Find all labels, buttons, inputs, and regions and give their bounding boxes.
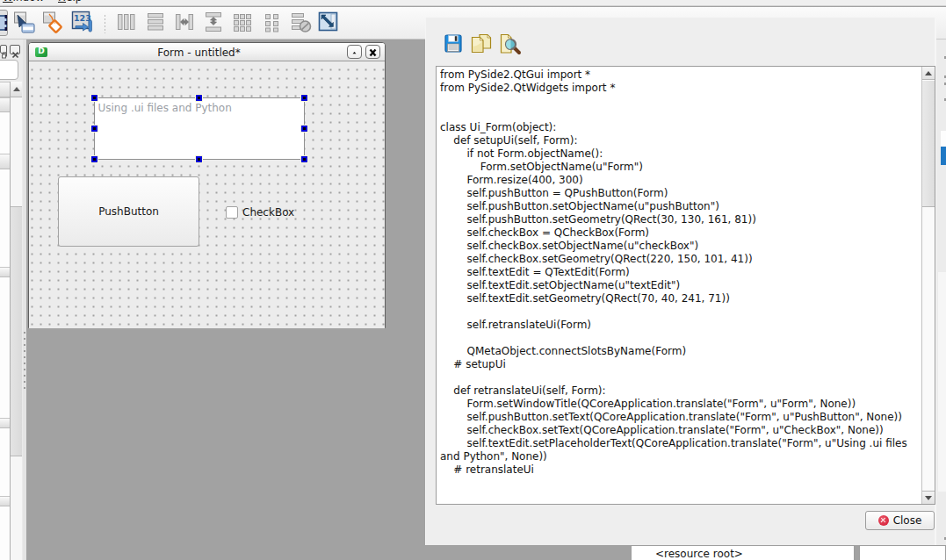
form-editor-window: D Form - untitled* Using .ui files and P… <box>28 42 386 328</box>
break-layout-button[interactable] <box>289 10 312 36</box>
copy-button[interactable] <box>471 33 492 57</box>
float-icon <box>2 52 7 59</box>
selection-handle-se[interactable] <box>301 156 307 162</box>
textedit-widget[interactable]: Using .ui files and Python <box>94 97 305 160</box>
close-icon <box>366 47 379 59</box>
edit-buddies-icon <box>41 10 64 34</box>
minimize-icon <box>348 47 361 59</box>
form-window-title: Form - untitled* <box>29 47 369 59</box>
form-minimize-button[interactable] <box>347 45 362 59</box>
close-icon <box>11 51 19 59</box>
code-text-area[interactable]: from PySide2.QtGui import * from PySide2… <box>436 66 935 505</box>
widget-box-dock <box>0 39 23 560</box>
layout-form-icon <box>261 10 284 34</box>
dock-splitter[interactable] <box>23 39 26 560</box>
layout-split-vertical-icon <box>202 10 225 34</box>
close-dialog-button[interactable]: Close <box>865 511 935 530</box>
layout-grid-icon <box>231 10 254 34</box>
widget-box-scrollbar[interactable] <box>10 82 22 560</box>
checkbox-indicator[interactable] <box>226 206 238 219</box>
scrollbar-up-button[interactable] <box>11 82 22 97</box>
adjust-size-button[interactable] <box>316 10 339 36</box>
bottom-right-panel <box>859 545 946 560</box>
menu-bar: Window Help <box>0 0 946 6</box>
layout-vertical-button[interactable] <box>144 10 167 36</box>
edit-signals-slots-button[interactable] <box>12 10 35 36</box>
dock-sliver-row <box>941 131 946 147</box>
dock-close-button[interactable] <box>10 45 20 54</box>
save-button[interactable] <box>444 33 463 57</box>
layout-horizontal-icon <box>115 10 138 34</box>
widget-box-list[interactable] <box>0 82 10 560</box>
edit-buddies-button[interactable] <box>41 10 64 36</box>
checkbox-label: CheckBox <box>242 206 294 219</box>
adjust-size-icon <box>316 10 339 34</box>
selection-handle-sw[interactable] <box>91 156 97 162</box>
copy-icon <box>471 33 492 54</box>
dock-sliver-light <box>938 272 946 492</box>
edit-tab-order-button[interactable]: 123 <box>70 10 93 36</box>
toolbar-separator <box>104 14 106 33</box>
layout-split-vertical-button[interactable] <box>202 10 225 36</box>
resource-browser-panel: <resource root> <box>631 545 855 560</box>
generated-code: from PySide2.QtGui import * from PySide2… <box>440 68 921 477</box>
textedit-placeholder: Using .ui files and Python <box>98 102 232 114</box>
widget-box-category[interactable] <box>0 154 10 169</box>
scrollbar-thumb[interactable] <box>11 206 22 456</box>
widget-box-category[interactable] <box>0 418 10 428</box>
layout-form-button[interactable] <box>261 10 284 36</box>
form-canvas[interactable]: Using .ui files and Python PushButton Ch… <box>29 62 385 328</box>
selection-handle-ne[interactable] <box>301 95 307 101</box>
edit-widgets-button[interactable] <box>0 10 8 36</box>
pushbutton-widget[interactable]: PushButton <box>58 176 199 247</box>
dock-float-button[interactable] <box>0 45 7 54</box>
layout-vertical-icon <box>144 10 167 34</box>
layout-split-horizontal-button[interactable] <box>173 10 196 36</box>
scrollbar-up-button[interactable] <box>922 67 935 80</box>
selection-handle-w[interactable] <box>91 126 97 132</box>
find-button[interactable] <box>500 33 522 59</box>
edit-signals-slots-icon <box>12 10 35 34</box>
save-icon <box>444 33 463 54</box>
dock-selected-row-fragment <box>941 147 946 165</box>
layout-horizontal-button[interactable] <box>115 10 138 36</box>
close-red-icon <box>878 515 889 526</box>
selection-handle-e[interactable] <box>301 126 307 132</box>
resource-root-label: <resource root> <box>655 548 743 560</box>
menu-help[interactable]: Help <box>58 0 82 4</box>
layout-split-horizontal-icon <box>173 10 196 34</box>
find-icon <box>500 33 522 55</box>
widget-box-category[interactable] <box>0 82 10 97</box>
code-preview-dialog: from PySide2.QtGui import * from PySide2… <box>425 17 936 545</box>
widget-box-filter-input[interactable] <box>0 60 18 80</box>
form-window-titlebar[interactable]: D Form - untitled* <box>29 43 385 61</box>
widget-box-category[interactable] <box>0 97 10 112</box>
selection-handle-n[interactable] <box>196 95 202 101</box>
break-layout-icon <box>289 10 312 34</box>
checkbox-widget[interactable]: CheckBox <box>226 204 294 221</box>
property-dock-sliver <box>936 39 946 545</box>
widget-box-category[interactable] <box>0 267 10 277</box>
menu-window[interactable]: Window <box>3 0 44 4</box>
layout-grid-button[interactable] <box>231 10 254 36</box>
scrollbar-thumb[interactable] <box>922 81 935 207</box>
form-close-button[interactable] <box>365 45 380 59</box>
code-scrollbar[interactable] <box>921 67 935 504</box>
edit-tab-order-icon: 123 <box>70 10 93 34</box>
edit-widgets-icon <box>0 11 7 35</box>
widget-box-category[interactable] <box>0 496 10 506</box>
scrollbar-down-button[interactable] <box>922 491 935 504</box>
selection-handle-s[interactable] <box>196 156 202 162</box>
selection-handle-nw[interactable] <box>91 95 97 101</box>
